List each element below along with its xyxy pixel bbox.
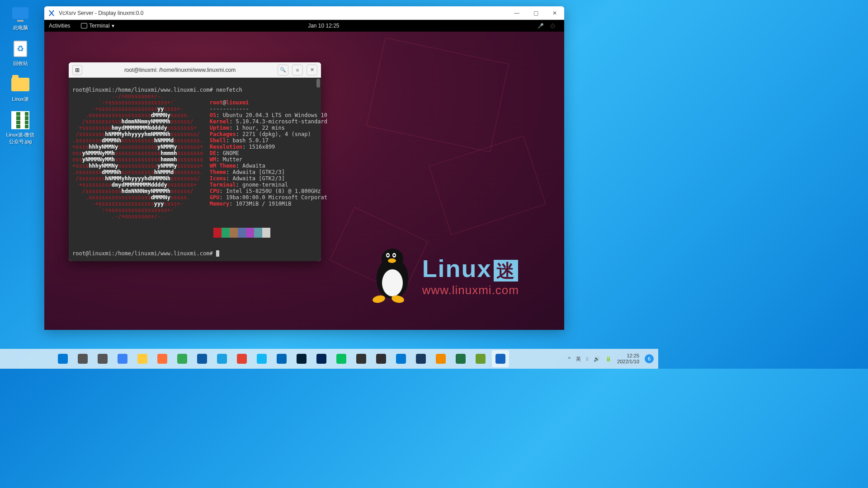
search-icon [78,354,88,364]
app-menu-terminal[interactable]: Terminal ▾ [81,23,114,29]
desktop-icon-recycle-bin[interactable]: ♻ 回收站 [4,39,37,67]
app1-icon [476,354,486,364]
maximize-button[interactable]: ▢ [530,10,542,16]
color-swatches [205,228,317,238]
gnome-desktop[interactable]: Linux迷 www.linuxmi.com ⊞ root@linuxmi: /… [44,32,564,330]
taskbar-app-obs[interactable] [373,350,390,367]
tux-icon [370,249,415,303]
excel-icon [456,354,466,364]
virtualbox-icon [416,354,426,364]
taskbar-app-vcxsrv[interactable] [492,350,509,367]
vcxsrv-icon [495,354,505,364]
brand-url: www.linuxmi.com [422,283,519,297]
todoist-icon [237,354,247,364]
taskbar-app-wsl-terminal[interactable] [353,350,370,367]
close-button[interactable]: ✕ [307,65,317,75]
power-icon[interactable]: ⏻ [550,23,555,28]
firefox-icon [157,354,167,364]
taskbar-app-vmware[interactable] [432,350,449,367]
battery-icon[interactable]: 🔋 [605,356,612,362]
chrome-icon [177,354,187,364]
wsl-terminal-icon [356,354,366,364]
minimize-button[interactable]: — [511,10,523,16]
taskbar-app-wechat[interactable] [333,350,350,367]
brand-logo: Linux迷 www.linuxmi.com [370,249,519,303]
monitor-icon [12,7,28,19]
task-view-icon [98,354,108,364]
taskbar-app-start[interactable] [54,350,71,367]
window-titlebar[interactable]: VcXsrv Server - Display linuxmi:0.0 — ▢ … [44,6,564,20]
taskbar-app-vscode[interactable] [392,350,410,367]
taskbar-app-firefox[interactable] [154,350,171,367]
terminal-icon [81,23,87,28]
vcxsrv-icon [48,9,55,17]
search-button[interactable]: 🔍 [278,65,288,75]
taskbar-clock[interactable]: 12:25 2022/1/10 [617,353,639,365]
icon-label: 回收站 [13,60,28,67]
gnome-clock[interactable]: Jan 10 12:25 [114,23,533,29]
taskbar-app-powershell[interactable] [313,350,330,367]
taskbar-app-virtualbox[interactable] [412,350,429,367]
taskbar-app-browser2[interactable] [213,350,231,367]
vcxsrv-window: VcXsrv Server - Display linuxmi:0.0 — ▢ … [44,6,564,330]
ms-store-icon [277,354,287,364]
qq-icon [257,354,267,364]
taskbar-app-explorer[interactable] [134,350,151,367]
qr-icon [11,111,29,129]
terminal-title: root@linuxmi: /home/linuxmi/www.linuxmi.… [86,67,274,73]
wechat-icon [336,354,346,364]
wallpaper-decoration [429,136,546,235]
scrollbar[interactable] [316,79,320,88]
vmware-icon [436,354,446,364]
widgets-icon [118,354,127,364]
taskbar-app-qq[interactable] [253,350,270,367]
terminal-content[interactable]: root@linuxmi:/home/linuxmi/www.linuxmi.c… [69,78,321,261]
close-button[interactable]: ✕ [549,10,561,16]
new-tab-button[interactable]: ⊞ [72,65,82,75]
taskbar-app-widgets[interactable] [114,350,131,367]
taskbar-app-todoist[interactable] [233,350,250,367]
wifi-icon[interactable]: 􀙇 [586,356,588,361]
vscode-icon [396,354,406,364]
volume-icon[interactable]: 🔊 [594,356,600,362]
brand-cn: 迷 [494,260,518,282]
explorer-icon [137,354,147,364]
window-title: VcXsrv Server - Display linuxmi:0.0 [59,10,507,16]
windows-taskbar: ^ 英 􀙇 🔊 🔋 12:25 2022/1/10 6 [0,349,658,369]
activities-button[interactable]: Activities [49,23,70,29]
app-menu-label: Terminal [89,23,109,29]
recycle-icon: ♻ [14,41,27,57]
edge-icon [197,354,207,364]
desktop-icon-folder[interactable]: Linux迷 [4,75,37,103]
taskbar-app-edge[interactable] [193,350,211,367]
terminal-headerbar[interactable]: ⊞ root@linuxmi: /home/linuxmi/www.linuxm… [69,62,321,78]
brand-text: Linux [422,255,492,282]
gnome-top-bar: Activities Terminal ▾ Jan 10 12:25 🎤 ⏻ [44,20,564,32]
microphone-icon[interactable]: 🎤 [538,23,544,29]
icon-label: Linux迷 [12,96,28,103]
desktop-icon-qr-image[interactable]: Linux迷-微信 公众号.jpg [4,111,37,145]
taskbar-app-search[interactable] [74,350,91,367]
notification-count[interactable]: 6 [645,354,654,363]
gnome-terminal-window: ⊞ root@linuxmi: /home/linuxmi/www.linuxm… [69,62,321,261]
desktop-icon-this-pc[interactable]: 此电脑 [4,4,37,31]
icon-label: 此电脑 [13,24,28,31]
tray-chevron-icon[interactable]: ^ [568,356,571,361]
photoshop-icon [297,354,307,364]
ime-indicator[interactable]: 英 [576,356,581,362]
browser2-icon [217,354,227,364]
powershell-icon [316,354,326,364]
taskbar-app-excel[interactable] [452,350,469,367]
icon-label: Linux迷-微信 公众号.jpg [6,131,35,145]
hamburger-menu-button[interactable]: ≡ [292,65,303,75]
taskbar-app-photoshop[interactable] [293,350,310,367]
start-icon [58,354,68,364]
obs-icon [376,354,386,364]
taskbar-app-chrome[interactable] [174,350,191,367]
taskbar-app-ms-store[interactable] [273,350,290,367]
wallpaper-decoration [366,38,509,152]
taskbar-app-app1[interactable] [472,350,489,367]
taskbar-app-task-view[interactable] [94,350,111,367]
folder-icon [11,78,29,91]
